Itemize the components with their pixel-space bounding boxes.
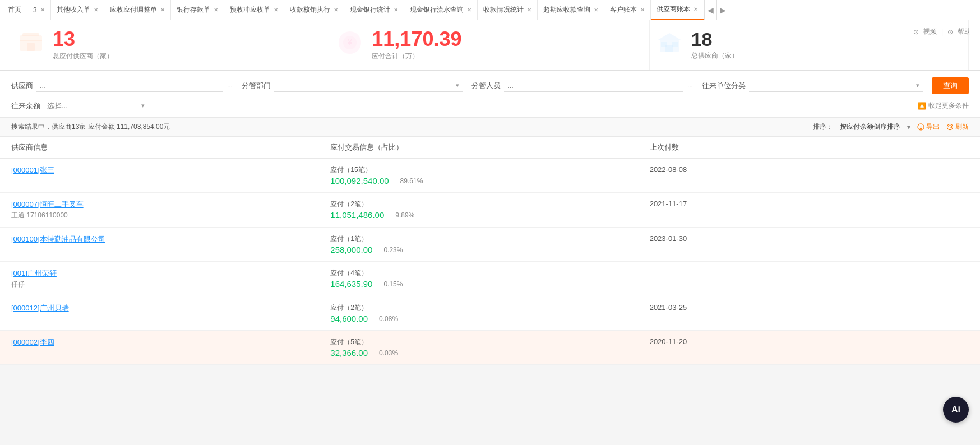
close-icon[interactable]: ✕ bbox=[594, 7, 598, 13]
nav-tab-prepay-receive-label: 预收冲应收单 bbox=[230, 5, 270, 15]
payable-count-5: 应付（5笔） bbox=[330, 337, 649, 347]
last-pay-1: 2021-11-17 bbox=[650, 200, 969, 208]
filter-supplier: 供应商 ··· bbox=[11, 80, 233, 92]
sort-value[interactable]: 按应付余额倒序排序 bbox=[840, 122, 900, 132]
nav-tab-receive-stat-label: 收款情况统计 bbox=[483, 5, 524, 15]
payable-count-2: 应付（1笔） bbox=[330, 234, 649, 244]
nav-tab-overdue-query-label: 超期应收款查询 bbox=[543, 5, 590, 15]
filter-unit-class: 往来单位分类 ▾ bbox=[702, 80, 923, 92]
supplier-name-0[interactable]: [000001]张三 bbox=[11, 166, 54, 174]
nav-tab-home[interactable]: 首页 bbox=[2, 0, 27, 20]
filter-balance: 往来余额 ▾ bbox=[11, 100, 146, 112]
person-input[interactable] bbox=[504, 80, 683, 92]
video-link[interactable]: 视频 bbox=[923, 27, 937, 36]
payable-count-1: 应付（2笔） bbox=[330, 200, 649, 209]
stat-value-payable: 11,170.39 bbox=[372, 29, 461, 49]
supplier-sub-3: 仔仔 bbox=[11, 280, 330, 289]
nav-tab-receive-stat[interactable]: 收款情况统计 ✕ bbox=[478, 0, 538, 20]
close-icon[interactable]: ✕ bbox=[214, 7, 218, 13]
result-summary: 搜索结果中，供应商13家 应付金额 111,703,854.00元 bbox=[11, 122, 170, 132]
nav-arrow-left[interactable]: ◀ bbox=[704, 0, 716, 20]
nav-tab-3[interactable]: 3 ✕ bbox=[27, 0, 51, 20]
chevron-down-icon: ▾ bbox=[456, 82, 459, 89]
nav-tab-bank-deposit-label: 银行存款单 bbox=[177, 5, 210, 15]
close-icon[interactable]: ✕ bbox=[394, 7, 398, 13]
person-dots-icon: ··· bbox=[687, 82, 692, 89]
payable-count-3: 应付（4笔） bbox=[330, 268, 649, 278]
payable-pct-3: 0.15% bbox=[383, 280, 403, 288]
table-row: [000012]广州贝瑞 应付（2笔） 94,600.00 0.08% 2021… bbox=[0, 296, 980, 331]
export-icon bbox=[917, 123, 924, 131]
table-row: [001]广州荣轩 仔仔 应付（4笔） 164,635.90 0.15% bbox=[0, 262, 980, 296]
col-header-payable: 应付交易信息（占比） bbox=[330, 142, 649, 152]
close-icon[interactable]: ✕ bbox=[640, 7, 645, 13]
help-link[interactable]: 帮助 bbox=[958, 27, 971, 36]
balance-select[interactable]: ▾ bbox=[44, 100, 146, 112]
collapse-button[interactable]: 🔼 收起更多条件 bbox=[918, 99, 969, 113]
balance-input[interactable] bbox=[47, 101, 141, 110]
nav-tab-overdue-query[interactable]: 超期应收款查询 ✕ bbox=[538, 0, 604, 20]
refresh-icon bbox=[946, 123, 954, 131]
filter-dept: 分管部门 ▾ bbox=[242, 80, 463, 92]
top-navigation: 首页 3 ✕ 其他收入单 ✕ 应收应付调整单 ✕ 银行存款单 ✕ 预收冲应收单 … bbox=[0, 0, 980, 20]
stats-bar: 13 总应付供应商（家） ¥ 11,170.39 应付合计（万） bbox=[0, 20, 980, 71]
payable-amount-0: 100,092,540.00 bbox=[330, 176, 389, 186]
top-right-links: ⊙ 视频 | ⊙ 帮助 bbox=[913, 27, 971, 36]
dept-select[interactable]: ▾ bbox=[274, 80, 463, 92]
supplier-name-3[interactable]: [001]广州荣轩 bbox=[11, 269, 57, 277]
nav-tab-other-income[interactable]: 其他收入单 ✕ bbox=[51, 0, 104, 20]
last-pay-2: 2023-01-30 bbox=[650, 234, 969, 243]
payable-info-4: 应付（2笔） 94,600.00 0.08% bbox=[330, 303, 649, 323]
close-icon[interactable]: ✕ bbox=[334, 7, 338, 13]
supplier-input[interactable] bbox=[36, 80, 223, 92]
close-icon[interactable]: ✕ bbox=[527, 7, 531, 13]
filter-row-1: 供应商 ··· 分管部门 ▾ 分管人员 ··· 往来单位分类 ▾ 查询 bbox=[11, 77, 969, 94]
close-icon[interactable]: ✕ bbox=[274, 7, 278, 13]
last-pay-4: 2021-03-25 bbox=[650, 303, 969, 312]
svg-rect-1 bbox=[22, 33, 39, 36]
nav-tab-cash-bank-flow-label: 现金银行流水查询 bbox=[410, 5, 464, 15]
close-icon[interactable]: ✕ bbox=[40, 7, 45, 13]
table-row: [000001]张三 应付（15笔） 100,092,540.00 89.61%… bbox=[0, 159, 980, 193]
unit-class-select[interactable]: ▾ bbox=[749, 80, 923, 92]
chevron-up-icon: 🔼 bbox=[918, 102, 926, 110]
close-icon[interactable]: ✕ bbox=[94, 7, 98, 13]
nav-tab-bank-deposit[interactable]: 银行存款单 ✕ bbox=[171, 0, 224, 20]
stat-icon-store bbox=[655, 29, 683, 62]
dept-input[interactable] bbox=[278, 81, 456, 90]
table-row: [000002]李四 应付（5笔） 32,366.00 0.03% 2020-1… bbox=[0, 331, 980, 365]
stat-text-payable: 11,170.39 应付合计（万） bbox=[372, 29, 461, 61]
nav-tab-receive-verify[interactable]: 收款核销执行 ✕ bbox=[284, 0, 344, 20]
payable-info-0: 应付（15笔） 100,092,540.00 89.61% bbox=[330, 165, 649, 186]
payable-amount-1: 11,051,486.00 bbox=[330, 210, 384, 220]
data-table: 供应商信息 应付交易信息（占比） 上次付数 [000001]张三 应付（15笔）… bbox=[0, 137, 980, 365]
nav-tab-supplier-account[interactable]: 供应商账本 ✕ bbox=[651, 0, 704, 20]
close-icon[interactable]: ✕ bbox=[160, 7, 165, 13]
nav-tab-prepay-receive[interactable]: 预收冲应收单 ✕ bbox=[224, 0, 284, 20]
nav-arrow-right[interactable]: ▶ bbox=[716, 0, 729, 20]
supplier-info-2: [000100]本特勤油品有限公司 bbox=[11, 234, 330, 244]
nav-tab-cash-bank-flow[interactable]: 现金银行流水查询 ✕ bbox=[404, 0, 478, 20]
filter-person: 分管人员 ··· bbox=[471, 80, 693, 92]
supplier-name-4[interactable]: [000012]广州贝瑞 bbox=[11, 304, 69, 312]
nav-tab-cash-bank-stat[interactable]: 现金银行统计 ✕ bbox=[344, 0, 404, 20]
help-icon: ⊙ bbox=[947, 28, 953, 36]
export-button[interactable]: 导出 bbox=[917, 122, 940, 132]
export-label: 导出 bbox=[926, 122, 940, 132]
supplier-info-1: [000007]恒旺二手叉车 王通 17106110000 bbox=[11, 200, 330, 220]
refresh-button[interactable]: 刷新 bbox=[946, 122, 969, 132]
supplier-sub-1: 王通 17106110000 bbox=[11, 211, 330, 220]
payable-pct-2: 0.23% bbox=[383, 246, 403, 254]
supplier-name-2[interactable]: [000100]本特勤油品有限公司 bbox=[11, 235, 105, 243]
nav-tab-customer-account[interactable]: 客户账本 ✕ bbox=[604, 0, 651, 20]
supplier-name-1[interactable]: [000007]恒旺二手叉车 bbox=[11, 200, 84, 208]
close-icon[interactable]: ✕ bbox=[467, 7, 471, 13]
nav-tab-payable-adjust[interactable]: 应收应付调整单 ✕ bbox=[104, 0, 171, 20]
close-icon[interactable]: ✕ bbox=[694, 6, 698, 12]
unit-class-input[interactable] bbox=[752, 81, 917, 90]
query-button[interactable]: 查询 bbox=[932, 77, 969, 94]
result-bar: 搜索结果中，供应商13家 应付金额 111,703,854.00元 排序： 按应… bbox=[0, 118, 980, 137]
stat-icon-supplier bbox=[17, 29, 45, 62]
supplier-name-5[interactable]: [000002]李四 bbox=[11, 338, 54, 346]
nav-tab-home-label: 首页 bbox=[8, 5, 21, 15]
